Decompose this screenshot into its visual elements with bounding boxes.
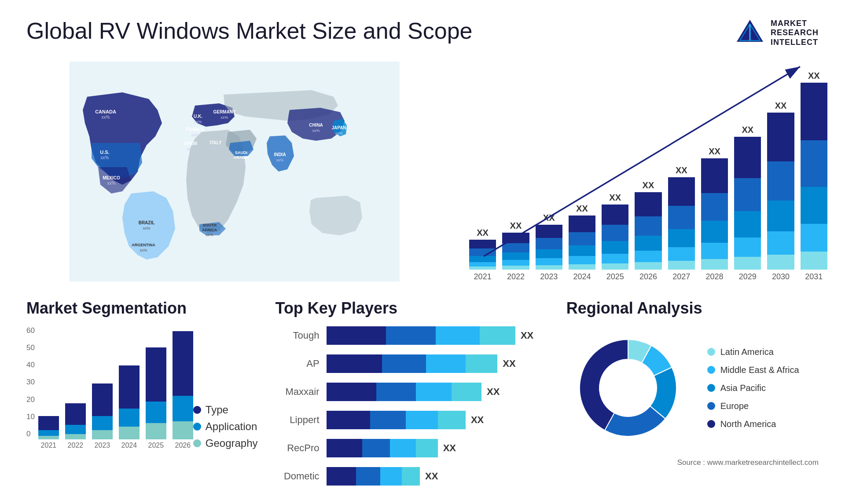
seg-y-label: 0 xyxy=(26,430,35,438)
player-row: APXX xyxy=(276,354,549,373)
player-bar-stack xyxy=(327,467,420,486)
seg-legend-dot xyxy=(193,439,201,447)
player-name: RecPro xyxy=(276,442,320,454)
donut-chart xyxy=(566,326,690,449)
bar-year-label: 2024 xyxy=(573,272,591,281)
players-section: Top Key Players ToughXXAPXXMaxxairXXLipp… xyxy=(276,299,549,495)
svg-text:AFRICA: AFRICA xyxy=(202,228,217,232)
svg-text:xx%: xx% xyxy=(237,160,245,164)
svg-text:xx%: xx% xyxy=(276,158,283,162)
regional-legend-item: Latin America xyxy=(707,347,799,357)
player-bar-stack xyxy=(327,411,466,429)
svg-text:xx%: xx% xyxy=(312,128,320,133)
player-bar-segment xyxy=(436,326,479,345)
regional-section: Regional Analysis Latin AmericaMiddle Ea… xyxy=(566,299,819,467)
seg-x-label: 2022 xyxy=(68,442,84,449)
regional-legend-item: Europe xyxy=(707,401,799,411)
svg-text:ARABIA: ARABIA xyxy=(234,155,249,160)
bar-year-label: 2031 xyxy=(805,272,823,281)
player-bar-segment xyxy=(390,439,416,457)
player-bar-container: XX xyxy=(327,439,549,457)
bar-segment xyxy=(469,267,496,270)
seg-bar-segment xyxy=(173,396,193,421)
player-bar-segment xyxy=(380,467,402,486)
seg-legend-item: Geography xyxy=(193,437,258,449)
svg-text:FRANCE: FRANCE xyxy=(186,127,204,132)
seg-bar-group: 2021 xyxy=(38,326,59,449)
player-bar-segment xyxy=(402,467,420,486)
seg-bar-group: 2023 xyxy=(92,326,113,449)
seg-bar-segment xyxy=(38,430,59,435)
segmentation-title: Market Segmentation xyxy=(26,299,258,318)
players-chart: ToughXXAPXXMaxxairXXLippertXXRecProXXDom… xyxy=(276,326,549,486)
svg-text:xx%: xx% xyxy=(107,181,116,186)
svg-text:xx%: xx% xyxy=(140,248,147,252)
seg-y-label: 30 xyxy=(26,378,35,387)
player-bar-segment xyxy=(382,354,426,373)
donut-area: Latin AmericaMiddle East & AfricaAsia Pa… xyxy=(566,326,819,449)
seg-y-label: 40 xyxy=(26,361,35,369)
svg-text:JAPAN: JAPAN xyxy=(331,125,346,130)
seg-x-label: 2023 xyxy=(95,442,110,449)
player-name: Dometic xyxy=(276,471,320,482)
player-row: DometicXX xyxy=(276,467,549,486)
logo-line2: RESEARCH xyxy=(771,28,819,38)
svg-text:GERMANY: GERMANY xyxy=(213,110,235,114)
seg-bar-segment xyxy=(65,425,86,434)
svg-text:U.S.: U.S. xyxy=(100,150,109,155)
player-bar-stack xyxy=(327,439,438,457)
seg-bar-group: 2025 xyxy=(146,326,166,449)
player-bar-container: XX xyxy=(327,411,549,429)
seg-bar-group: 2024 xyxy=(119,326,140,449)
players-title: Top Key Players xyxy=(276,299,549,318)
seg-bar-segment xyxy=(92,430,113,439)
player-bar-segment xyxy=(406,411,437,429)
seg-legend-label: Application xyxy=(206,420,257,433)
logo-line1: MARKET xyxy=(771,19,819,29)
svg-text:CHINA: CHINA xyxy=(309,123,323,128)
seg-bar-stack xyxy=(173,331,193,439)
player-bar-segment xyxy=(327,326,386,345)
seg-bar-stack xyxy=(65,403,86,439)
seg-x-label: 2026 xyxy=(175,442,191,449)
player-name: Lippert xyxy=(276,414,320,426)
player-name: AP xyxy=(276,358,320,369)
segmentation-section: Market Segmentation 60504030201002021202… xyxy=(26,299,258,449)
seg-bar-stack xyxy=(146,347,166,439)
top-section: CANADA xx% U.S. xx% MEXICO xx% BRAZIL xx… xyxy=(26,62,819,281)
svg-text:xx%: xx% xyxy=(194,120,202,124)
svg-text:U.K.: U.K. xyxy=(194,114,202,119)
player-xx-label: XX xyxy=(521,330,533,341)
player-bar-segment xyxy=(327,439,362,457)
seg-legend-label: Type xyxy=(206,404,228,416)
logo-line3: INTELLECT xyxy=(771,38,819,47)
player-row: LippertXX xyxy=(276,411,549,429)
seg-y-label: 20 xyxy=(26,395,35,404)
player-xx-label: XX xyxy=(503,358,515,369)
player-name: Maxxair xyxy=(276,386,320,398)
svg-text:xx%: xx% xyxy=(212,146,219,150)
player-name: Tough xyxy=(276,330,320,341)
seg-bar-segment xyxy=(173,421,193,439)
regional-legend-label: Latin America xyxy=(720,347,774,357)
seg-bar-segment xyxy=(146,423,166,439)
svg-text:SOUTH: SOUTH xyxy=(202,223,217,227)
svg-text:xx%: xx% xyxy=(187,147,194,151)
map-svg: CANADA xx% U.S. xx% MEXICO xx% BRAZIL xx… xyxy=(26,62,443,281)
svg-text:xx%: xx% xyxy=(335,131,342,135)
svg-text:BRAZIL: BRAZIL xyxy=(139,220,155,225)
seg-bar-segment xyxy=(146,402,166,423)
bar-year-label: 2027 xyxy=(672,272,690,281)
regional-legend-item: Asia Pacific xyxy=(707,383,799,393)
svg-text:xx%: xx% xyxy=(143,226,150,230)
seg-bar-group: 2022 xyxy=(65,326,86,449)
player-bar-container: XX xyxy=(327,383,549,401)
regional-legend: Latin AmericaMiddle East & AfricaAsia Pa… xyxy=(707,347,799,429)
svg-text:MEXICO: MEXICO xyxy=(103,175,120,180)
seg-legend-dot xyxy=(193,406,201,414)
player-bar-segment xyxy=(386,326,436,345)
regional-legend-dot xyxy=(707,402,715,410)
bar-segment xyxy=(602,263,628,270)
seg-bar-segment xyxy=(173,331,193,396)
seg-y-label: 10 xyxy=(26,413,35,421)
